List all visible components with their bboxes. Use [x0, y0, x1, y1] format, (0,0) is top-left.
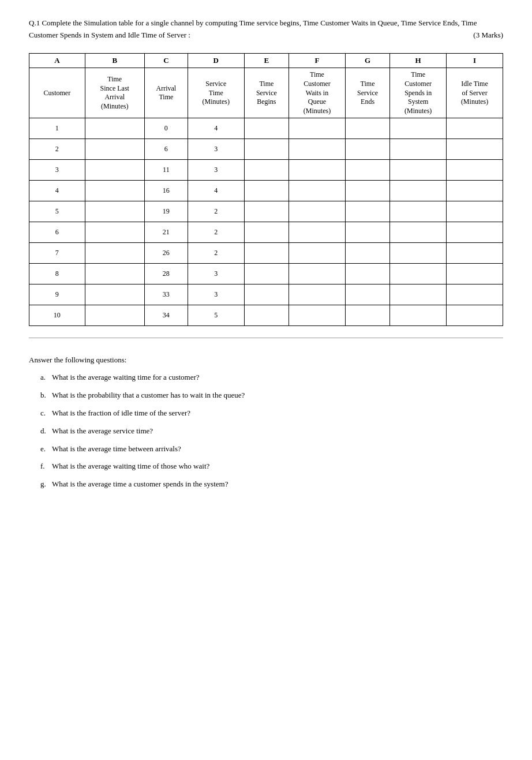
- col-subheader-c: ArrivalTime: [144, 68, 188, 118]
- table-row-4-col-5: [244, 181, 289, 201]
- table-row-5-col-6: [289, 201, 346, 222]
- col-header-i: I: [447, 53, 503, 68]
- table-row-7-col-7: [345, 243, 389, 264]
- marks: (3 Marks): [473, 29, 503, 42]
- table-row-3-col-3: 11: [144, 160, 188, 181]
- table-row-5-col-3: 19: [144, 201, 188, 222]
- table-row-2-col-7: [345, 139, 389, 160]
- table-row-7-col-1: 7: [29, 243, 85, 264]
- section-divider: [29, 338, 503, 338]
- table-row-1-col-5: [244, 118, 289, 139]
- answer-text: What is the average time between arrival…: [52, 444, 181, 453]
- table-row-3-col-7: [345, 160, 389, 181]
- answer-item: g.What is the average time a customer sp…: [40, 478, 503, 491]
- col-header-b: B: [85, 53, 144, 68]
- table-row-8-col-3: 28: [144, 264, 188, 284]
- col-header-c: C: [144, 53, 188, 68]
- table-row-4-col-9: [447, 181, 503, 201]
- table-row-2-col-8: [390, 139, 447, 160]
- answer-text: What is the average waiting time of thos…: [52, 462, 209, 470]
- table-row-3-col-9: [447, 160, 503, 181]
- table-row-2-col-2: [85, 139, 144, 160]
- answer-text: What is the probability that a customer …: [52, 391, 245, 399]
- table-row-5-col-8: [390, 201, 447, 222]
- answer-text: What is the average service time?: [52, 426, 153, 435]
- table-row-6-col-6: [289, 222, 346, 243]
- table-row-9-col-4: 3: [188, 284, 244, 305]
- table-row-8-col-1: 8: [29, 264, 85, 284]
- table-row-10-col-2: [85, 305, 144, 326]
- table-row-9-col-2: [85, 284, 144, 305]
- answer-item: b.What is the probability that a custome…: [40, 390, 503, 402]
- table-row-9-col-5: [244, 284, 289, 305]
- col-header-h: H: [390, 53, 447, 68]
- table-row-1-col-9: [447, 118, 503, 139]
- table-row-2-col-9: [447, 139, 503, 160]
- answer-item: a.What is the average waiting time for a…: [40, 372, 503, 384]
- table-row-4-col-6: [289, 181, 346, 201]
- table-row-10-col-7: [345, 305, 389, 326]
- col-header-f: F: [289, 53, 346, 68]
- col-subheader-g: TimeServiceEnds: [345, 68, 389, 118]
- question-text: Q.1 Complete the Simulation table for a …: [29, 17, 503, 42]
- col-subheader-h: TimeCustomerSpends inSystem(Minutes): [390, 68, 447, 118]
- answer-letter: g.: [40, 478, 52, 491]
- table-row-2-col-3: 6: [144, 139, 188, 160]
- table-row-9-col-7: [345, 284, 389, 305]
- answer-letter: f.: [40, 461, 52, 473]
- table-row-10-col-9: [447, 305, 503, 326]
- answer-text: What is the average time a customer spen…: [52, 480, 228, 488]
- col-subheader-a: Customer: [29, 68, 85, 118]
- table-row-4-col-4: 4: [188, 181, 244, 201]
- answer-letter: b.: [40, 390, 52, 402]
- col-subheader-d: ServiceTime(Minutes): [188, 68, 244, 118]
- col-header-g: G: [345, 53, 389, 68]
- table-row-1-col-3: 0: [144, 118, 188, 139]
- table-row-2-col-6: [289, 139, 346, 160]
- table-row-6-col-2: [85, 222, 144, 243]
- table-row-1-col-8: [390, 118, 447, 139]
- col-subheader-e: TimeServiceBegins: [244, 68, 289, 118]
- table-row-6-col-1: 6: [29, 222, 85, 243]
- table-row-3-col-8: [390, 160, 447, 181]
- table-row-5-col-9: [447, 201, 503, 222]
- table-row-6-col-5: [244, 222, 289, 243]
- answer-letter: c.: [40, 407, 52, 420]
- table-row-6-col-7: [345, 222, 389, 243]
- answer-item: e.What is the average time between arriv…: [40, 443, 503, 455]
- table-row-2-col-4: 3: [188, 139, 244, 160]
- table-row-4-col-7: [345, 181, 389, 201]
- table-row-8-col-2: [85, 264, 144, 284]
- table-row-10-col-8: [390, 305, 447, 326]
- table-row-7-col-8: [390, 243, 447, 264]
- table-row-3-col-1: 3: [29, 160, 85, 181]
- table-row-5-col-4: 2: [188, 201, 244, 222]
- table-row-7-col-4: 2: [188, 243, 244, 264]
- table-row-9-col-8: [390, 284, 447, 305]
- table-row-8-col-7: [345, 264, 389, 284]
- table-row-6-col-3: 21: [144, 222, 188, 243]
- table-row-7-col-3: 26: [144, 243, 188, 264]
- answer-letter: a.: [40, 372, 52, 384]
- col-subheader-b: TimeSince LastArrival(Minutes): [85, 68, 144, 118]
- table-row-4-col-2: [85, 181, 144, 201]
- table-row-6-col-4: 2: [188, 222, 244, 243]
- answer-item: f.What is the average waiting time of th…: [40, 461, 503, 473]
- table-row-1-col-1: 1: [29, 118, 85, 139]
- table-row-8-col-5: [244, 264, 289, 284]
- table-row-3-col-4: 3: [188, 160, 244, 181]
- table-row-6-col-8: [390, 222, 447, 243]
- table-row-7-col-9: [447, 243, 503, 264]
- table-row-1-col-4: 4: [188, 118, 244, 139]
- table-row-8-col-6: [289, 264, 346, 284]
- table-row-5-col-2: [85, 201, 144, 222]
- table-row-10-col-6: [289, 305, 346, 326]
- answer-item: d.What is the average service time?: [40, 425, 503, 437]
- table-row-8-col-4: 3: [188, 264, 244, 284]
- answer-title: Answer the following questions:: [29, 355, 503, 365]
- table-row-5-col-5: [244, 201, 289, 222]
- answer-text: What is the fraction of idle time of the…: [52, 409, 190, 417]
- table-row-8-col-9: [447, 264, 503, 284]
- table-row-4-col-1: 4: [29, 181, 85, 201]
- answer-text: What is the average waiting time for a c…: [52, 373, 200, 381]
